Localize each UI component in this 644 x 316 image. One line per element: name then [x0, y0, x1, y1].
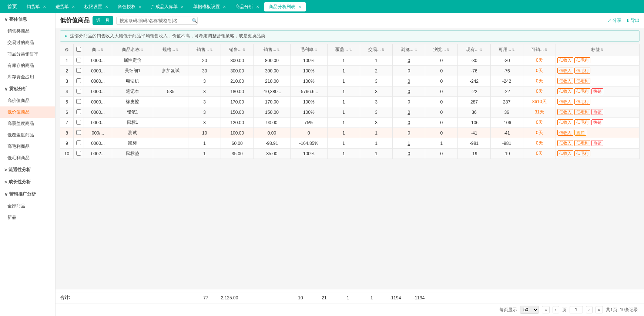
sidebar-item-high-value[interactable]: 高价值商品	[0, 95, 55, 106]
row-trade: 3	[360, 107, 393, 118]
row-view1[interactable]: 1	[393, 138, 425, 149]
close-icon[interactable]: ✕	[138, 5, 141, 9]
row-stock1: -76	[458, 66, 490, 76]
row-checkbox[interactable]	[76, 140, 81, 145]
row-code: 0000...	[84, 86, 112, 97]
row-spec	[153, 107, 188, 118]
row-checkbox-cell	[74, 86, 84, 97]
search-input[interactable]	[116, 17, 198, 25]
nav-role-auth[interactable]: 角色授权 ✕	[113, 2, 146, 11]
row-checkbox[interactable]	[76, 68, 81, 73]
sidebar-section-contribution[interactable]: ∨ 贡献分析	[0, 83, 55, 95]
nav-product-inbound[interactable]: 产成品入库单 ✕	[147, 2, 188, 11]
col-code[interactable]: 商...⇅	[84, 44, 112, 55]
share-button[interactable]: ⤢ 分享	[608, 17, 621, 24]
col-gross[interactable]: 毛利率⇅	[290, 44, 327, 55]
prev-page-button[interactable]: ‹	[553, 306, 559, 313]
date-filter-button[interactable]: 近一月	[93, 16, 113, 25]
row-view1[interactable]: 0	[393, 118, 425, 128]
close-icon[interactable]: ✕	[72, 5, 75, 9]
sidebar-section-growth[interactable]: > 成长性分析	[0, 176, 55, 188]
sidebar-item-high-margin[interactable]: 高毛利商品	[0, 141, 55, 152]
col-spec[interactable]: 规格...⇅	[153, 44, 188, 55]
sidebar-item-stock-capital[interactable]: 库存资金占用	[0, 71, 55, 83]
nav-home[interactable]: 首页	[3, 2, 21, 11]
settings-column-header[interactable]: ⚙	[60, 44, 74, 55]
row-view1[interactable]: 0	[393, 128, 425, 138]
search-icon[interactable]: 🔍	[192, 18, 197, 23]
first-page-button[interactable]: «	[542, 306, 550, 313]
row-s1: 3	[188, 107, 221, 118]
next-page-button[interactable]: ›	[586, 306, 593, 313]
row-checkbox[interactable]	[76, 151, 81, 156]
close-icon[interactable]: ✕	[256, 5, 259, 9]
row-s3: -10,380...	[254, 86, 290, 97]
sidebar-item-sales-products[interactable]: 销售类商品	[0, 26, 55, 37]
col-s2[interactable]: 销售...⇅	[221, 44, 254, 55]
row-s3: 150.00	[254, 107, 290, 118]
row-view1[interactable]: 0	[393, 66, 425, 76]
row-checkbox[interactable]	[76, 109, 81, 114]
tag-badge: 低收入	[557, 109, 573, 115]
sidebar-item-traded-products[interactable]: 交易过的商品	[0, 37, 55, 48]
sidebar-section-circulation[interactable]: > 流通性分析	[0, 164, 55, 176]
sidebar-section-overall[interactable]: ∨ 整体信息	[0, 13, 55, 26]
page-number-input[interactable]	[570, 306, 583, 313]
sidebar-item-high-coverage[interactable]: 高覆盖度商品	[0, 118, 55, 129]
nav-template-settings[interactable]: 单据模板设置 ✕	[189, 2, 230, 11]
sidebar-item-low-margin[interactable]: 低毛利商品	[0, 152, 55, 164]
select-all-checkbox[interactable]	[76, 47, 81, 52]
nav-product-analysis-list[interactable]: 商品分析列表 ✕	[264, 2, 306, 11]
row-view1[interactable]: 0	[393, 76, 425, 86]
col-tags[interactable]: 标签⇅	[556, 44, 639, 55]
sidebar-item-all-products[interactable]: 全部商品	[0, 200, 55, 212]
close-icon[interactable]: ✕	[43, 5, 46, 9]
nav-purchase-order[interactable]: 进货单 ✕	[51, 2, 79, 11]
sidebar-item-low-coverage[interactable]: 低覆盖度商品	[0, 129, 55, 141]
row-view1[interactable]: 0	[393, 86, 425, 97]
sidebar-item-in-stock[interactable]: 有库存的商品	[0, 60, 55, 71]
row-checkbox[interactable]	[76, 99, 81, 104]
row-view1[interactable]: 0	[393, 107, 425, 118]
close-icon[interactable]: ✕	[181, 5, 184, 9]
col-stock1[interactable]: 现有...⇅	[458, 44, 490, 55]
col-view1[interactable]: 浏览...⇅	[393, 44, 425, 55]
row-checkbox[interactable]	[76, 58, 81, 62]
row-checkbox[interactable]	[76, 120, 81, 125]
col-view2[interactable]: 浏览...⇅	[425, 44, 458, 55]
sidebar-item-new-products[interactable]: 新品	[0, 212, 55, 223]
per-page-select[interactable]: 50 20 100	[520, 306, 539, 314]
export-button[interactable]: ⬇ 导出	[626, 17, 640, 24]
row-checkbox[interactable]	[76, 78, 81, 83]
close-icon[interactable]: ✕	[223, 5, 226, 9]
row-cover: 1	[327, 55, 360, 66]
nav-permissions[interactable]: 权限设置 ✕	[80, 2, 113, 11]
row-checkbox[interactable]	[76, 130, 81, 135]
sidebar-item-low-value[interactable]: 低价值商品	[0, 106, 55, 118]
row-view1[interactable]: 0	[393, 97, 425, 107]
row-name: 吴细细1	[112, 66, 153, 76]
sidebar-section-marketing[interactable]: ∨ 营销推广分析	[0, 188, 55, 200]
col-s1[interactable]: 销售...⇅	[188, 44, 221, 55]
row-checkbox-cell	[74, 138, 84, 149]
row-view1[interactable]: 0	[393, 55, 425, 66]
row-days: 0天	[523, 128, 556, 138]
col-stock3[interactable]: 可销...⇅	[523, 44, 556, 55]
row-view2: 0	[425, 128, 458, 138]
last-page-button[interactable]: »	[596, 306, 603, 313]
close-icon[interactable]: ✕	[298, 5, 301, 9]
row-view1[interactable]: 0	[393, 149, 425, 159]
col-cover[interactable]: 覆盖...⇅	[327, 44, 360, 55]
nav-sales-order[interactable]: 销货单 ✕	[22, 2, 50, 11]
col-s3[interactable]: 销售...⇅	[254, 44, 290, 55]
sidebar-item-category-sales-rate[interactable]: 商品分类销售率	[0, 48, 55, 60]
close-icon[interactable]: ✕	[105, 5, 108, 9]
col-name[interactable]: 商品名称⇅	[112, 44, 153, 55]
horizontal-scrollbar[interactable]	[56, 289, 644, 292]
row-stock1: 36	[458, 107, 490, 118]
col-stock2[interactable]: 可用...⇅	[490, 44, 523, 55]
col-trade[interactable]: 交易...⇅	[360, 44, 393, 55]
row-checkbox[interactable]	[76, 89, 81, 94]
nav-product-analysis[interactable]: 商品分析 ✕	[231, 2, 264, 11]
tag-badge: 低毛利	[574, 57, 590, 63]
